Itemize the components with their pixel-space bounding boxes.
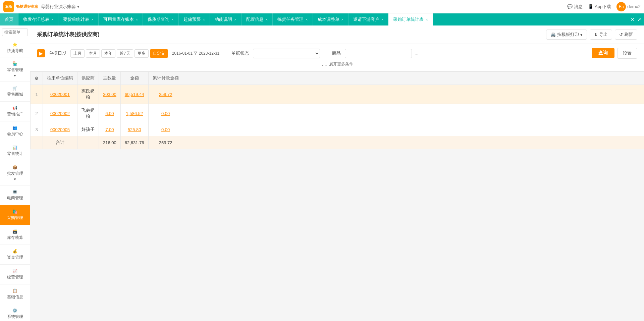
tab-pick-task-close[interactable]: ×	[306, 17, 308, 21]
printer-icon: 🖨️	[550, 32, 556, 37]
tab-close-all-icon[interactable]: ✕	[631, 17, 635, 22]
cell-code[interactable]: 00020005	[43, 123, 77, 136]
tab-purchase-summary-label: 采购订单统计表	[393, 16, 424, 22]
date-tab-last-month[interactable]: 上月	[70, 49, 85, 58]
cell-paid-amount[interactable]: 0.00	[148, 123, 183, 136]
tab-overstock-warning-close[interactable]: ×	[203, 17, 205, 21]
sidebar-item-inventory[interactable]: 🗃️ 库存核算	[0, 225, 30, 245]
tab-expand-icon[interactable]: ⤢	[637, 17, 641, 22]
status-select[interactable]	[253, 49, 320, 58]
tab-function-desc[interactable]: 功能说明 ×	[210, 13, 241, 25]
tab-available-inventory-close[interactable]: ×	[136, 17, 138, 21]
marketing-label: 营销推广	[7, 111, 23, 117]
gear-settings-icon[interactable]: ⚙	[35, 76, 39, 81]
tab-home[interactable]: 首页	[0, 13, 18, 25]
cell-code[interactable]: 00020001	[43, 85, 77, 104]
expand-icon: ⌄⌄	[321, 62, 328, 67]
retail-store-icon: 🛒	[12, 86, 17, 91]
tab-overstock-warning[interactable]: 超储预警 ×	[179, 13, 210, 25]
tab-order-summary-close[interactable]: ×	[91, 17, 93, 21]
export-icon: ⬇	[594, 32, 598, 37]
export-button[interactable]: ⬇ 导出	[590, 30, 612, 40]
cell-supplier: 飞鹤奶粉	[77, 104, 99, 123]
settings-button[interactable]: 设置	[617, 48, 637, 59]
tab-purchase-summary[interactable]: 采购订单统计表 ×	[388, 13, 433, 25]
member-icon: 👥	[12, 125, 17, 130]
date-tab-more[interactable]: 更多	[135, 49, 149, 58]
search-input[interactable]	[2, 28, 28, 36]
tab-purchase-summary-close[interactable]: ×	[426, 17, 428, 21]
cell-amount[interactable]: 60,519.44	[120, 85, 148, 104]
sidebar-item-finance[interactable]: 💰 资金管理	[0, 245, 30, 265]
tab-pick-task[interactable]: 拣货任务管理 ×	[273, 13, 313, 25]
tab-config-info[interactable]: 配置信息 ×	[241, 13, 273, 25]
nav-tabs: 首页 收发存汇总表 × 要货单统计表 × 可用量库存账本 × 保质期查询 × 超…	[0, 13, 644, 25]
app-download-btn[interactable]: 📱 App下载	[588, 4, 611, 10]
date-tab-this-year[interactable]: 本年	[101, 49, 115, 58]
footer-label: 合计	[43, 136, 77, 149]
tab-function-desc-close[interactable]: ×	[234, 17, 236, 21]
tab-expiry-query-close[interactable]: ×	[171, 17, 173, 21]
goods-input[interactable]	[345, 49, 412, 58]
user-area[interactable]: Ea demo2	[616, 2, 641, 11]
tab-invite-downstream[interactable]: 邀请下游客户 ×	[348, 13, 388, 25]
sidebar-item-operation[interactable]: 📈 经营管理	[0, 265, 30, 284]
cell-quantity[interactable]: 7.00	[99, 123, 121, 136]
sidebar-item-ecommerce[interactable]: 💻 电商管理	[0, 185, 30, 205]
tab-config-info-close[interactable]: ×	[266, 17, 268, 21]
retail-stat-label: 零售统计	[7, 151, 23, 157]
query-button[interactable]: 查询	[592, 48, 614, 58]
tab-invite-downstream-close[interactable]: ×	[381, 17, 383, 21]
cell-paid-amount[interactable]: 0.00	[148, 104, 183, 123]
purchase-label: 采购管理	[7, 215, 23, 221]
tab-receive-summary-close[interactable]: ×	[51, 17, 53, 21]
tab-order-summary[interactable]: 要货单统计表 ×	[58, 13, 98, 25]
sidebar-item-system[interactable]: ⚙️ 系统管理	[0, 304, 30, 321]
system-label: 系统管理	[7, 314, 23, 320]
sidebar-item-purchase[interactable]: 🛍️ 采购管理	[0, 205, 30, 225]
expand-button[interactable]: ⌄⌄ 展开更多条件	[321, 61, 353, 67]
print-dropdown-icon[interactable]: ▾	[580, 32, 583, 37]
cell-quantity[interactable]: 6.00	[99, 104, 121, 123]
date-tab-this-month[interactable]: 本月	[86, 49, 100, 58]
ecommerce-icon: 💻	[12, 190, 17, 194]
filter-toggle[interactable]: ▶	[37, 49, 45, 57]
sidebar-item-marketing[interactable]: 📢 营销推广	[0, 102, 30, 121]
sidebar-item-wholesale[interactable]: 📦 批发管理 ▼	[0, 161, 30, 185]
date-tab-7days[interactable]: 近7天	[117, 49, 133, 58]
finance-label: 资金管理	[7, 255, 23, 260]
cell-paid-amount[interactable]: 259.72	[148, 85, 183, 104]
tab-function-desc-label: 功能说明	[215, 16, 232, 22]
retail-store-label: 零售商城	[7, 92, 23, 97]
sidebar-item-member[interactable]: 👥 会员中心	[0, 121, 30, 141]
goods-more-btn[interactable]: ...	[415, 51, 418, 56]
sidebar-item-retail-store[interactable]: 🛒 零售商城	[0, 82, 30, 102]
tab-receive-summary[interactable]: 收发存汇总表 ×	[18, 13, 58, 25]
sidebar-item-zero-retail[interactable]: 🏪 零售管理 ▼	[0, 57, 30, 82]
date-tab-custom[interactable]: 自定义	[150, 49, 168, 58]
basic-icon: 📋	[12, 288, 17, 293]
tab-expiry-query[interactable]: 保质期查询 ×	[143, 13, 178, 25]
sidebar-item-retail-stat[interactable]: 📊 零售统计	[0, 141, 30, 161]
top-bar: 标版 畅捷通好生意 母婴行业演示账套 ▾ 💬 消息 📱 App下载 Ea dem…	[0, 0, 644, 13]
system-icon: ⚙️	[12, 308, 17, 313]
cell-quantity[interactable]: 303.00	[99, 85, 121, 104]
tab-available-inventory[interactable]: 可用量库存账本 ×	[99, 13, 143, 25]
refresh-button[interactable]: ↺ 刷新	[615, 30, 637, 40]
cell-code[interactable]: 00020002	[43, 104, 77, 123]
footer-empty2	[77, 136, 99, 149]
tab-cost-adjust[interactable]: 成本调整单 ×	[313, 13, 348, 25]
th-paid-amount: 累计付款金额	[148, 72, 183, 85]
operation-icon: 📈	[12, 269, 17, 273]
shortcut-icon: ⭐	[12, 42, 17, 47]
dropdown-icon[interactable]: ▾	[77, 4, 79, 9]
workspace-title[interactable]: 母婴行业演示账套 ▾	[41, 4, 79, 10]
sidebar-item-shortcut[interactable]: ⭐ 快捷导航	[0, 39, 30, 57]
tab-cost-adjust-close[interactable]: ×	[341, 17, 343, 21]
cell-amount[interactable]: 525.80	[120, 123, 148, 136]
print-button[interactable]: 🖨️ 按模板打印 ▾	[546, 30, 587, 40]
sidebar-item-basic[interactable]: 📋 基础信息	[0, 284, 30, 304]
cell-amount[interactable]: 1,586.52	[120, 104, 148, 123]
message-btn[interactable]: 💬 消息	[567, 4, 583, 10]
member-label: 会员中心	[7, 131, 23, 137]
